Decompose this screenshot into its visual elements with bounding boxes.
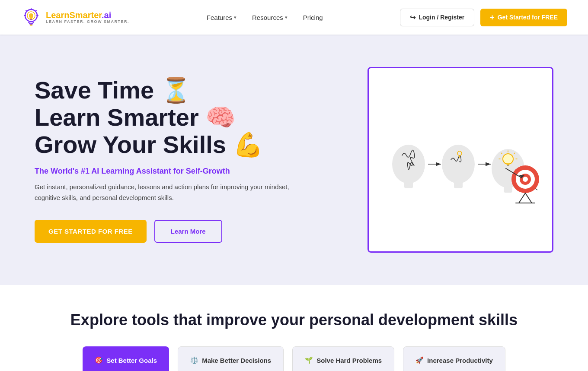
nav-features[interactable]: Features ▾ — [207, 14, 236, 21]
tools-section: Explore tools that improve your personal… — [0, 285, 588, 371]
logo[interactable]: LearnSmarter.ai LEARN FASTER. GROW SMART… — [21, 7, 129, 28]
hero-cta-button[interactable]: GET STARTED FOR FREE — [35, 220, 147, 243]
logo-name: LearnSmarter — [46, 10, 102, 20]
hero-headline: Save Time ⏳ Learn Smarter 🧠 Grow Your Sk… — [35, 77, 294, 158]
productivity-icon: 🚀 — [415, 356, 424, 364]
svg-rect-17 — [504, 185, 512, 193]
tools-row: 🎯 Set Better Goals ⚖️ Make Better Decisi… — [35, 346, 553, 371]
logo-icon — [21, 7, 42, 28]
hero-description: Get instant, personalized guidance, less… — [35, 182, 294, 203]
tool-goals[interactable]: 🎯 Set Better Goals — [83, 346, 169, 371]
login-button[interactable]: ↪ Login / Register — [400, 9, 474, 26]
svg-point-29 — [523, 177, 528, 182]
hero-buttons: GET STARTED FOR FREE Learn More — [35, 220, 294, 243]
chevron-down-icon: ▾ — [234, 15, 236, 20]
svg-rect-9 — [404, 181, 413, 188]
tools-section-title: Explore tools that improve your personal… — [35, 311, 553, 329]
svg-line-33 — [525, 193, 532, 203]
goals-icon: 🎯 — [95, 356, 103, 364]
hero-left: Save Time ⏳ Learn Smarter 🧠 Grow Your Sk… — [35, 77, 294, 243]
hero-illustration — [378, 95, 543, 225]
svg-line-32 — [519, 193, 525, 203]
svg-rect-19 — [507, 165, 509, 166]
nav-links: Features ▾ Resources ▾ Pricing — [207, 14, 323, 21]
svg-rect-2 — [30, 19, 32, 20]
nav-pricing[interactable]: Pricing — [303, 14, 323, 21]
hero-image — [368, 67, 553, 253]
logo-tagline: LEARN FASTER. GROW SMARTER. — [46, 20, 129, 24]
decisions-icon: ⚖️ — [190, 356, 198, 364]
problems-icon: 🌱 — [305, 356, 313, 364]
svg-point-18 — [503, 154, 513, 164]
get-started-nav-button[interactable]: + Get Started for FREE — [480, 9, 567, 26]
hero-subtitle: The World's #1 AI Learning Assistant for… — [35, 167, 294, 176]
hero-section: Save Time ⏳ Learn Smarter 🧠 Grow Your Sk… — [0, 35, 588, 285]
logo-ai: .ai — [102, 10, 111, 20]
chevron-down-icon: ▾ — [285, 15, 288, 20]
login-icon: ↪ — [410, 13, 415, 22]
tool-productivity[interactable]: 🚀 Increase Productivity — [403, 346, 505, 371]
logo-text: LearnSmarter.ai LEARN FASTER. GROW SMART… — [46, 10, 129, 24]
learn-more-button[interactable]: Learn More — [154, 220, 222, 243]
svg-point-11 — [442, 145, 475, 184]
nav-resources[interactable]: Resources ▾ — [252, 14, 288, 21]
svg-point-8 — [392, 145, 425, 184]
tool-problems[interactable]: 🌱 Solve Hard Problems — [292, 346, 394, 371]
navbar: LearnSmarter.ai LEARN FASTER. GROW SMART… — [0, 0, 588, 35]
nav-actions: ↪ Login / Register + Get Started for FRE… — [400, 9, 567, 26]
svg-line-5 — [26, 10, 27, 11]
svg-line-4 — [35, 10, 36, 11]
svg-rect-12 — [454, 181, 463, 188]
tool-decisions[interactable]: ⚖️ Make Better Decisions — [178, 346, 284, 371]
plus-icon: + — [490, 13, 495, 22]
